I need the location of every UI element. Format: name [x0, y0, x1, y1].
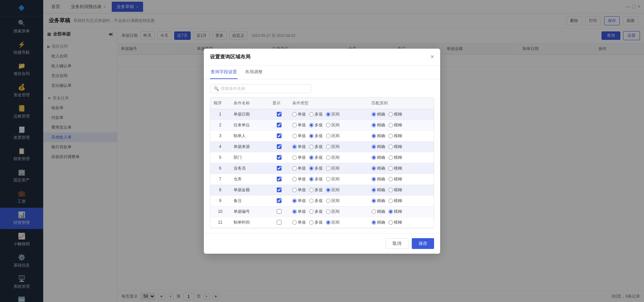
radio-type-区间[interactable]: 区间: [326, 187, 340, 193]
radio-type-区间[interactable]: 区间: [326, 111, 340, 117]
radio-type-单值[interactable]: 单值: [292, 176, 306, 182]
cell-match: 精确 模糊: [368, 195, 434, 206]
radio-type-多值[interactable]: 多值: [309, 133, 323, 139]
show-checkbox[interactable]: [277, 187, 281, 192]
radio-type-区间[interactable]: 区间: [326, 209, 340, 215]
radio-match-精确[interactable]: 精确: [372, 133, 385, 139]
radio-match-模糊[interactable]: 模糊: [388, 187, 402, 193]
radio-match-精确[interactable]: 精确: [372, 166, 385, 171]
show-checkbox[interactable]: [277, 220, 281, 225]
radio-match-精确[interactable]: 精确: [372, 187, 385, 193]
cell-name: 往来单位: [230, 120, 269, 130]
cell-order: 10: [210, 206, 230, 217]
radio-type-多值[interactable]: 多值: [309, 155, 323, 160]
radio-match-精确[interactable]: 精确: [372, 122, 385, 128]
show-checkbox[interactable]: [277, 133, 281, 138]
table-row: 5 部门 单值 多值 区间 精确 模糊: [210, 152, 434, 163]
cell-name: 部门: [230, 152, 269, 163]
radio-type-多值[interactable]: 多值: [309, 209, 323, 215]
radio-match-精确[interactable]: 精确: [372, 111, 385, 117]
tab-layout-adjust[interactable]: 布局调整: [244, 66, 263, 79]
cell-type: 单值 多值 区间: [289, 217, 368, 228]
radio-match-精确[interactable]: 精确: [372, 176, 385, 182]
cell-order: 4: [210, 141, 230, 152]
dialog-search-input[interactable]: [221, 86, 307, 91]
cell-name: 制单人: [230, 130, 269, 141]
table-row: 4 单据来源 单值 多值 区间 精确 模糊: [210, 141, 434, 152]
radio-type-单值[interactable]: 单值: [292, 209, 306, 215]
radio-type-单值[interactable]: 单值: [292, 155, 306, 160]
cell-type: 单值 多值 区间: [289, 195, 368, 206]
cell-show: [269, 109, 289, 120]
cancel-button[interactable]: 取消: [385, 238, 408, 249]
cell-order: 7: [210, 174, 230, 184]
search-icon-dialog: 🔍: [214, 86, 219, 91]
radio-type-区间[interactable]: 区间: [326, 155, 340, 160]
cell-show: [269, 184, 289, 195]
cell-order: 11: [210, 217, 230, 228]
cell-type: 单值 多值 区间: [289, 184, 368, 195]
cell-match: 精确 模糊: [368, 163, 434, 174]
radio-match-模糊[interactable]: 模糊: [388, 220, 402, 225]
radio-type-区间[interactable]: 区间: [326, 133, 340, 139]
radio-type-多值[interactable]: 多值: [309, 176, 323, 182]
cell-order: 9: [210, 195, 230, 206]
radio-type-单值[interactable]: 单值: [292, 198, 306, 204]
table-row: 3 制单人 单值 多值 区间 精确 模糊: [210, 130, 434, 141]
show-checkbox[interactable]: [277, 144, 281, 149]
show-checkbox[interactable]: [277, 177, 281, 181]
radio-type-区间[interactable]: 区间: [326, 198, 340, 204]
radio-type-区间[interactable]: 区间: [326, 220, 340, 225]
radio-type-多值[interactable]: 多值: [309, 144, 323, 150]
radio-match-模糊[interactable]: 模糊: [388, 166, 402, 171]
show-checkbox[interactable]: [277, 166, 281, 171]
cell-show: [269, 217, 289, 228]
radio-match-精确[interactable]: 精确: [372, 209, 385, 215]
radio-type-区间[interactable]: 区间: [326, 122, 340, 128]
cell-match: 精确 模糊: [368, 109, 434, 120]
radio-type-单值[interactable]: 单值: [292, 133, 306, 139]
tab-field-settings[interactable]: 查询字段设置: [210, 66, 238, 79]
cell-name: 单据来源: [230, 141, 269, 152]
radio-type-多值[interactable]: 多值: [309, 187, 323, 193]
radio-match-模糊[interactable]: 模糊: [388, 209, 402, 215]
radio-match-精确[interactable]: 精确: [372, 198, 385, 204]
radio-match-模糊[interactable]: 模糊: [388, 122, 402, 128]
dialog-close-btn[interactable]: ×: [430, 53, 434, 60]
radio-match-模糊[interactable]: 模糊: [388, 155, 402, 160]
show-checkbox[interactable]: [277, 112, 281, 117]
dialog-save-button[interactable]: 保存: [412, 238, 434, 249]
radio-type-多值[interactable]: 多值: [309, 166, 323, 171]
radio-match-精确[interactable]: 精确: [372, 144, 385, 150]
radio-type-单值[interactable]: 单值: [292, 220, 306, 225]
radio-type-多值[interactable]: 多值: [309, 220, 323, 225]
radio-type-单值[interactable]: 单值: [292, 111, 306, 117]
cell-name: 单据金额: [230, 184, 269, 195]
radio-match-模糊[interactable]: 模糊: [388, 111, 402, 117]
radio-type-多值[interactable]: 多值: [309, 122, 323, 128]
radio-match-模糊[interactable]: 模糊: [388, 198, 402, 204]
cell-match: 精确 模糊: [368, 130, 434, 141]
show-checkbox[interactable]: [277, 123, 281, 127]
show-checkbox[interactable]: [277, 209, 281, 214]
radio-type-多值[interactable]: 多值: [309, 111, 323, 117]
radio-type-单值[interactable]: 单值: [292, 166, 306, 171]
radio-match-精确[interactable]: 精确: [372, 155, 385, 160]
radio-type-区间[interactable]: 区间: [326, 166, 340, 171]
radio-match-模糊[interactable]: 模糊: [388, 176, 402, 182]
radio-type-单值[interactable]: 单值: [292, 144, 306, 150]
radio-type-单值[interactable]: 单值: [292, 187, 306, 193]
show-checkbox[interactable]: [277, 198, 281, 203]
radio-type-多值[interactable]: 多值: [309, 198, 323, 204]
cell-show: [269, 120, 289, 130]
radio-match-模糊[interactable]: 模糊: [388, 144, 402, 150]
radio-match-精确[interactable]: 精确: [372, 220, 385, 225]
radio-type-区间[interactable]: 区间: [326, 144, 340, 150]
cell-match: 精确 模糊: [368, 174, 434, 184]
radio-match-模糊[interactable]: 模糊: [388, 133, 402, 139]
show-checkbox[interactable]: [277, 155, 281, 160]
cell-show: [269, 163, 289, 174]
radio-type-区间[interactable]: 区间: [326, 176, 340, 182]
settings-dialog: 设置查询区域布局 × 查询字段设置 布局调整 🔍 顺序 条件名称: [204, 49, 440, 254]
radio-type-单值[interactable]: 单值: [292, 122, 306, 128]
